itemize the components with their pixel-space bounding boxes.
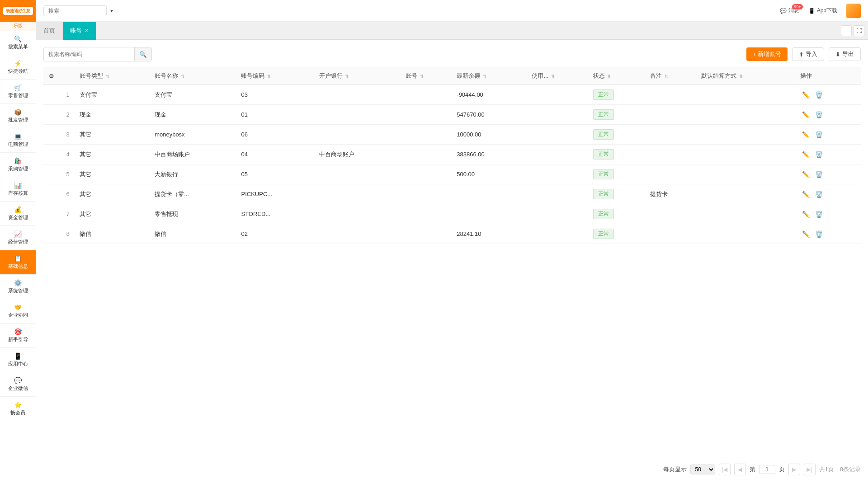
page-last-button[interactable]: ▶| (804, 464, 816, 475)
tab-minimize-button[interactable]: — (841, 25, 852, 36)
delete-button[interactable]: 🗑️ (813, 110, 825, 119)
delete-button[interactable]: 🗑️ (813, 170, 825, 179)
col-bank[interactable]: 开户银行 ⇅ (316, 67, 402, 85)
sidebar-item-enterprise-agreement[interactable]: 🤝企业协同 (0, 299, 36, 324)
row-account-name: 中百商场账户 (151, 145, 237, 164)
sidebar-item-system-mgmt[interactable]: ⚙️系统管理 (0, 275, 36, 299)
edit-button[interactable]: ✏️ (800, 230, 811, 239)
tab-home[interactable]: 首页 (36, 22, 63, 40)
table-body: 1 支付宝 支付宝 03 -90444.00 正常 ✏️ 🗑️ 2 现金 现金 … (43, 85, 861, 244)
page-prev-button[interactable]: ◀ (734, 464, 746, 475)
row-status: 正常 (590, 204, 646, 224)
row-account-no (402, 224, 453, 244)
col-account-no[interactable]: 账号 ⇅ (402, 67, 453, 85)
row-account-type: 微信 (76, 224, 151, 244)
bell-icon: 💬 (780, 8, 787, 14)
edit-button[interactable]: ✏️ (800, 210, 811, 219)
sidebar-item-basic-info[interactable]: 📋基础信息 (0, 250, 36, 275)
row-actions: ✏️ 🗑️ (797, 85, 861, 105)
page-number-input[interactable] (759, 465, 775, 474)
sidebar-item-label-quick-nav: 快捷导航 (8, 68, 28, 75)
page-label-before: 第 (750, 465, 755, 474)
row-actions: ✏️ 🗑️ (797, 204, 861, 224)
header-search-input[interactable] (43, 5, 107, 16)
header-left: ▾ (43, 5, 113, 16)
table-row: 2 现金 现金 01 547670.00 正常 ✏️ 🗑️ (43, 105, 861, 125)
col-status[interactable]: 状态 ⇅ (590, 67, 646, 85)
sidebar-item-search-menu[interactable]: 🔍搜索菜单 (0, 31, 36, 55)
sidebar-item-retail-mgmt[interactable]: 🛒零售管理 (0, 80, 36, 104)
row-default-settlement (698, 224, 797, 244)
sidebar-item-icon-enterprise-agreement: 🤝 (14, 304, 22, 311)
sidebar-item-new-guide[interactable]: 🎯新手引导 (0, 324, 36, 348)
sidebar-item-purchase-mgmt[interactable]: 🛍️采购管理 (0, 153, 36, 177)
delete-button[interactable]: 🗑️ (813, 130, 825, 139)
table-row: 5 其它 大新银行 05 500.00 正常 ✏️ 🗑️ (43, 164, 861, 184)
row-num: 8 (60, 224, 76, 244)
export-button[interactable]: ⬇ 导出 (829, 47, 861, 61)
row-remarks (646, 145, 698, 164)
row-default-settlement (698, 125, 797, 145)
avatar[interactable] (846, 4, 861, 18)
edit-button[interactable]: ✏️ (800, 190, 811, 199)
sidebar-item-icon-operation-mgmt: 📈 (14, 230, 22, 238)
tab-accounts-close[interactable]: ✕ (85, 28, 89, 33)
col-balance[interactable]: 最新余额 ⇅ (453, 67, 528, 85)
edit-button[interactable]: ✏️ (800, 130, 811, 139)
status-badge: 正常 (593, 209, 614, 219)
edit-button[interactable]: ✏️ (800, 170, 811, 179)
sidebar-item-app-center[interactable]: 📱应用中心 (0, 348, 36, 372)
sidebar-item-ecommerce-mgmt[interactable]: 💻电商管理 (0, 128, 36, 153)
search-button[interactable]: 🔍 (134, 47, 151, 61)
sidebar-item-quick-nav[interactable]: ⚡快捷导航 (0, 55, 36, 80)
col-default-settlement[interactable]: 默认结算方式 ⇅ (698, 67, 797, 85)
delete-button[interactable]: 🗑️ (813, 230, 825, 239)
row-account-type: 其它 (76, 145, 151, 164)
row-remarks: 提货卡 (646, 184, 698, 204)
col-account-name[interactable]: 账号名称 ⇅ (151, 67, 237, 85)
header-dropdown[interactable]: ▾ (110, 8, 113, 14)
col-settings[interactable]: ⚙ (43, 67, 60, 85)
row-usage (528, 145, 589, 164)
col-account-type[interactable]: 账号类型 ⇅ (76, 67, 151, 85)
row-account-name: moneybosx (151, 125, 237, 145)
tab-maximize-button[interactable]: ⛶ (854, 25, 864, 36)
edit-button[interactable]: ✏️ (800, 150, 811, 159)
sidebar-item-label-retail-mgmt: 零售管理 (8, 92, 28, 99)
table-search-input[interactable] (44, 51, 134, 57)
tabs-bar: 首页 账号 ✕ — ⛶ (36, 22, 868, 40)
page-first-button[interactable]: |◀ (719, 464, 731, 475)
sidebar-item-vip-member[interactable]: ⭐畅会员 (0, 397, 36, 421)
delete-button[interactable]: 🗑️ (813, 210, 825, 219)
page-size-select[interactable]: 50 100 200 (690, 465, 715, 474)
tab-accounts-label: 账号 (70, 27, 82, 35)
sidebar-item-wholesale-mgmt[interactable]: 📦批发管理 (0, 104, 36, 128)
col-usage[interactable]: 使用... ⇅ (528, 67, 589, 85)
tab-accounts[interactable]: 账号 ✕ (63, 22, 96, 40)
delete-button[interactable]: 🗑️ (813, 150, 825, 159)
delete-button[interactable]: 🗑️ (813, 90, 825, 99)
edit-button[interactable]: ✏️ (800, 110, 811, 119)
sidebar-item-operation-mgmt[interactable]: 📈经营管理 (0, 226, 36, 250)
app-download-button[interactable]: 📱 App下载 (808, 7, 837, 14)
col-num (60, 67, 76, 85)
row-account-code: 02 (237, 224, 315, 244)
top-header: ▾ 💬 消息 99+ 📱 App下载 (36, 0, 868, 22)
sidebar-item-finance-mgmt[interactable]: 💰资金管理 (0, 202, 36, 226)
row-account-name: 零售抵现 (151, 204, 237, 224)
sidebar-item-enterprise-wechat[interactable]: 💬企业微信 (0, 372, 36, 397)
import-button[interactable]: ⬆ 导入 (792, 47, 824, 61)
col-account-code[interactable]: 账号编码 ⇅ (237, 67, 315, 85)
messages-button[interactable]: 💬 消息 99+ (780, 7, 799, 14)
edit-button[interactable]: ✏️ (800, 90, 811, 99)
delete-button[interactable]: 🗑️ (813, 190, 825, 199)
sidebar-item-inventory[interactable]: 📊库存核算 (0, 177, 36, 202)
add-account-button[interactable]: + 新增账号 (746, 47, 788, 61)
row-balance: 28241.10 (453, 224, 528, 244)
row-balance: 10000.00 (453, 125, 528, 145)
col-remarks[interactable]: 备注 ⇅ (646, 67, 698, 85)
row-default-settlement (698, 204, 797, 224)
sidebar-item-label-inventory: 库存核算 (8, 190, 28, 197)
page-next-button[interactable]: ▶ (788, 464, 800, 475)
row-settings (43, 164, 60, 184)
